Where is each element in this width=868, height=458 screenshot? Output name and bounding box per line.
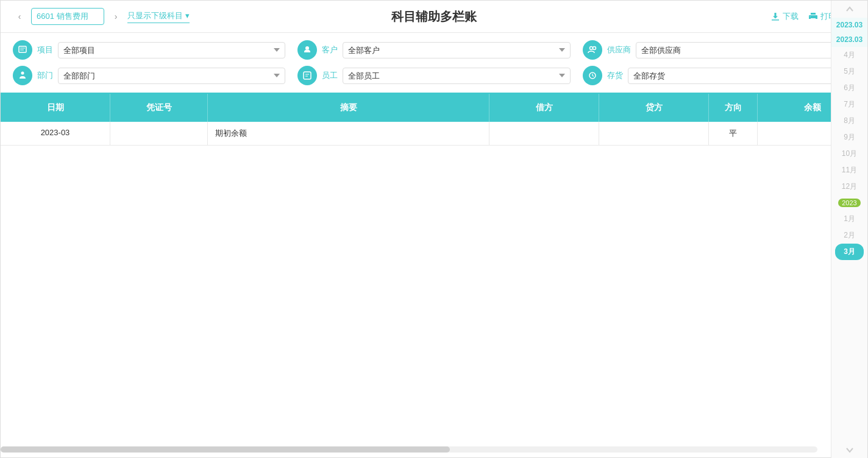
cell-date: 2023-03 bbox=[1, 122, 110, 145]
chevron-down-icon bbox=[844, 444, 856, 456]
show-sub-label: 只显示下级科目 bbox=[127, 10, 183, 21]
cell-debit bbox=[489, 122, 599, 145]
main-window: ‹ 6601 销售费用 › 只显示下级科目 ▾ 科目辅助多栏账 下载 打印 bbox=[0, 0, 868, 458]
timeline-panel: 2023.03 2023.03 4月 5月 6月 7月 8月 9月 10月 11… bbox=[831, 1, 867, 458]
cell-credit bbox=[599, 122, 709, 145]
timeline-month-7[interactable]: 7月 bbox=[831, 96, 867, 113]
timeline-month-3-active[interactable]: 3月 bbox=[835, 244, 864, 260]
timeline-month-6[interactable]: 6月 bbox=[831, 80, 867, 96]
page-title: 科目辅助多栏账 bbox=[391, 9, 477, 25]
download-button[interactable]: 下载 bbox=[770, 11, 799, 22]
timeline-month-10[interactable]: 10月 bbox=[831, 146, 867, 162]
filter-project-row: 项目 全部项目 bbox=[13, 40, 285, 60]
employee-label: 员工 bbox=[322, 70, 338, 81]
timeline-date-2023-03-first[interactable]: 2023.03 bbox=[831, 18, 867, 32]
timeline-month-8[interactable]: 8月 bbox=[831, 113, 867, 129]
cell-voucher bbox=[110, 122, 208, 145]
chevron-down-icon: ▾ bbox=[185, 11, 190, 20]
header-credit: 贷方 bbox=[599, 94, 709, 122]
account-code-display: 6601 销售费用 bbox=[31, 8, 104, 25]
cell-summary: 期初余额 bbox=[208, 122, 489, 145]
supplier-icon bbox=[583, 40, 602, 60]
filter-employee-row: 员工 全部员工 bbox=[297, 66, 570, 85]
year-badge-container: 2023 bbox=[831, 195, 867, 211]
customer-select[interactable]: 全部客户 bbox=[343, 42, 570, 58]
timeline-month-1[interactable]: 1月 bbox=[831, 211, 867, 227]
chevron-up-icon bbox=[844, 3, 856, 15]
table-row: 2023-03 期初余额 平 bbox=[1, 122, 867, 146]
download-label: 下载 bbox=[783, 11, 799, 22]
customer-icon bbox=[297, 40, 317, 60]
next-account-button[interactable]: › bbox=[109, 10, 123, 23]
employee-icon bbox=[297, 66, 317, 85]
timeline-date-2023-03-second[interactable]: 2023.03 bbox=[831, 32, 867, 47]
inventory-label: 存货 bbox=[607, 70, 623, 81]
title-bar: ‹ 6601 销售费用 › 只显示下级科目 ▾ 科目辅助多栏账 下载 打印 bbox=[1, 1, 867, 33]
timeline-month-2[interactable]: 2月 bbox=[831, 227, 867, 244]
filter-bar: 项目 全部项目 客户 全部客户 供应商 全部供应商 bbox=[1, 33, 867, 93]
department-select[interactable]: 全部部门 bbox=[58, 68, 285, 84]
cell-direction: 平 bbox=[709, 122, 758, 145]
filter-inventory-row: 存货 全部存货 bbox=[583, 66, 855, 85]
year-badge: 2023 bbox=[838, 199, 860, 207]
filter-customer-row: 客户 全部客户 bbox=[297, 40, 570, 60]
project-select[interactable]: 全部项目 bbox=[58, 42, 285, 58]
svg-rect-0 bbox=[19, 46, 26, 52]
header-debit: 借方 bbox=[489, 94, 599, 122]
header-summary: 摘要 bbox=[208, 94, 489, 122]
table-header: 日期 凭证号 摘要 借方 贷方 方向 余额 bbox=[1, 94, 867, 122]
timeline-up-button[interactable] bbox=[831, 1, 867, 18]
header-voucher: 凭证号 bbox=[110, 94, 208, 122]
download-icon bbox=[770, 12, 780, 21]
header-direction: 方向 bbox=[709, 94, 758, 122]
timeline-month-9[interactable]: 9月 bbox=[831, 129, 867, 146]
timeline-month-12[interactable]: 12月 bbox=[831, 178, 867, 195]
svg-point-5 bbox=[21, 72, 24, 75]
employee-select[interactable]: 全部员工 bbox=[343, 68, 570, 84]
filter-department-row: 部门 全部部门 bbox=[13, 66, 285, 85]
filter-supplier-row: 供应商 全部供应商 bbox=[583, 40, 855, 60]
title-bar-left: ‹ 6601 销售费用 › 只显示下级科目 ▾ bbox=[13, 8, 190, 25]
timeline-down-button[interactable] bbox=[831, 442, 867, 458]
timeline-month-11[interactable]: 11月 bbox=[831, 162, 867, 178]
print-icon bbox=[808, 12, 818, 21]
department-icon bbox=[13, 66, 32, 85]
header-date: 日期 bbox=[1, 94, 110, 122]
supplier-label: 供应商 bbox=[607, 44, 631, 55]
project-label: 项目 bbox=[37, 44, 53, 55]
timeline-month-5[interactable]: 5月 bbox=[831, 63, 867, 80]
department-label: 部门 bbox=[37, 70, 53, 81]
customer-label: 客户 bbox=[322, 44, 338, 55]
timeline-month-4[interactable]: 4月 bbox=[831, 47, 867, 63]
project-icon bbox=[13, 40, 32, 60]
inventory-icon bbox=[583, 66, 602, 85]
horizontal-scrollbar[interactable] bbox=[1, 446, 817, 453]
supplier-select[interactable]: 全部供应商 bbox=[636, 42, 855, 58]
inventory-select[interactable]: 全部存货 bbox=[628, 68, 855, 84]
svg-rect-6 bbox=[304, 72, 311, 79]
prev-account-button[interactable]: ‹ bbox=[13, 10, 26, 23]
scrollbar-thumb bbox=[1, 446, 450, 453]
show-sub-account-button[interactable]: 只显示下级科目 ▾ bbox=[127, 10, 190, 23]
table-body: 2023-03 期初余额 平 bbox=[1, 122, 867, 365]
svg-point-4 bbox=[592, 47, 596, 50]
ledger-table: 日期 凭证号 摘要 借方 贷方 方向 余额 2023-03 期初余额 平 bbox=[1, 93, 867, 365]
